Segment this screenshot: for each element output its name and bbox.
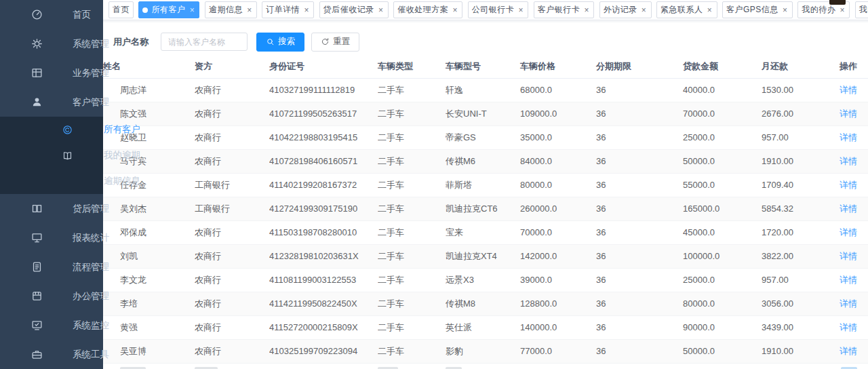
sidebar-item[interactable]: 逾期信息 (0, 168, 103, 194)
sidebar-item[interactable]: 业务管理 (0, 58, 103, 88)
sidebar-item[interactable]: 我的逾期 (0, 142, 103, 168)
cell-capital: 农商行 (195, 315, 269, 339)
sidebar-item[interactable]: 首页 (0, 0, 103, 29)
tab[interactable]: 我的流程 × (855, 1, 868, 18)
cell-loan-amount: 45000.0 (683, 220, 762, 244)
cell-id-number: 411402199208167372 (269, 173, 378, 197)
tab[interactable]: 逾期信息 × (205, 1, 257, 18)
monitor-icon (31, 319, 43, 331)
cell-vehicle-price: 77000.0 (520, 339, 596, 363)
cell-loan-amount: 70000.0 (683, 102, 762, 125)
cell-vehicle-price: 260000.0 (520, 197, 596, 220)
close-icon[interactable]: × (707, 6, 713, 14)
office-icon (31, 290, 43, 302)
table-row: 周志洋 农商行 410327199111112819 二手车 轩逸 68000.… (103, 78, 868, 102)
column-header: 分期期限 (596, 56, 683, 78)
overdue-icon (62, 151, 73, 161)
detail-link[interactable]: 详情 (840, 156, 857, 166)
cell-name: 刘凯 (103, 244, 195, 268)
sidebar-item[interactable]: 所有客户 (0, 117, 103, 142)
close-icon[interactable]: × (839, 6, 846, 14)
tab[interactable]: 订单详情 × (262, 1, 314, 18)
close-icon[interactable]: × (303, 6, 310, 14)
table-row: 吴亚博 农商行 410325199709223094 二手车 影豹 77000.… (103, 339, 868, 363)
tab[interactable]: 所有客户 × (138, 1, 199, 18)
process-icon (31, 261, 43, 273)
main-area: 首页 × 所有客户 × 逾期信息 × 订单详情 × (103, 0, 868, 369)
detail-link[interactable]: 详情 (840, 180, 857, 190)
tab[interactable]: 催收处理方案 × (393, 1, 462, 18)
tab[interactable]: 客户银行卡 × (534, 1, 595, 18)
detail-link[interactable]: 详情 (840, 227, 857, 237)
sidebar-item[interactable]: 流程管理 (0, 252, 103, 281)
close-icon[interactable]: × (517, 6, 524, 14)
reset-button[interactable]: 重置 (311, 33, 359, 52)
cell-capital: 农商行 (195, 339, 269, 363)
tab[interactable]: 贷后催收记录 × (319, 1, 389, 18)
detail-link[interactable]: 详情 (840, 251, 857, 261)
close-icon[interactable]: × (189, 6, 195, 14)
tab[interactable]: 客户GPS信息 × (722, 1, 793, 18)
detail-link[interactable]: 详情 (840, 275, 857, 285)
cell-capital: 农商行 (195, 292, 269, 315)
cell-capital: 农商行 (195, 125, 269, 149)
cell-vehicle-type: 二手车 (378, 197, 446, 220)
sidebar-item[interactable]: 办公管理 (0, 281, 103, 311)
close-icon[interactable]: × (641, 6, 648, 14)
detail-link[interactable]: 详情 (840, 298, 857, 309)
sidebar-item[interactable]: 系统工具 (0, 340, 103, 369)
close-icon[interactable]: × (378, 6, 384, 14)
detail-link[interactable]: 详情 (840, 346, 857, 356)
cell-capital: 农商行 (195, 78, 269, 102)
cell-capital: 工商银行 (195, 197, 269, 220)
cell-vehicle-model: 帝豪GS (446, 125, 520, 149)
cell-loan-amount: 50000.0 (683, 149, 762, 173)
user-icon (31, 96, 43, 108)
postloan-icon (31, 203, 43, 214)
sidebar-item[interactable]: 系统管理 (0, 29, 103, 58)
cell-monthly-payment: 957.00 (762, 268, 837, 292)
detail-link[interactable]: 详情 (840, 203, 857, 214)
column-header: 月还款 (762, 56, 837, 78)
cell-vehicle-type: 二手车 (378, 292, 446, 315)
close-icon[interactable]: × (782, 6, 789, 14)
detail-link[interactable]: 详情 (840, 85, 857, 95)
close-icon[interactable]: × (246, 6, 253, 14)
cell-capital: 工商银行 (195, 173, 269, 197)
search-button[interactable]: 搜索 (256, 33, 304, 52)
cell-capital: 农商行 (195, 244, 269, 268)
table-row: 刘凯 农商行 41232819810203631X 二手车 凯迪拉克XT4 14… (103, 244, 868, 268)
sidebar-item[interactable]: 贷后管理 (0, 194, 103, 223)
sidebar-item-label: 逾期信息 (104, 175, 140, 187)
refresh-icon (321, 37, 330, 46)
cell-vehicle-model: 影豹 (446, 339, 520, 363)
tags-view-bar: 首页 × 所有客户 × 逾期信息 × 订单详情 × (103, 0, 868, 20)
close-icon[interactable]: × (452, 6, 458, 14)
cell-installment-term: 36 (596, 268, 683, 292)
cell-vehicle-model: 传祺M6 (446, 149, 520, 173)
tab[interactable]: 首页 × (108, 1, 134, 18)
report-icon (31, 232, 43, 244)
detail-link[interactable]: 详情 (840, 322, 857, 332)
sidebar-item[interactable]: 报表统计 (0, 223, 103, 252)
cell-vehicle-type: 二手车 (378, 339, 446, 363)
cell-vehicle-price: 109000.0 (520, 102, 596, 125)
cell-monthly-payment: 1910.00 (762, 339, 837, 363)
sidebar-item[interactable]: 系统监控 (0, 311, 103, 340)
cell-monthly-payment: 1530.00 (762, 78, 837, 102)
search-input[interactable] (161, 33, 248, 51)
cell-vehicle-model: 英仕派 (446, 315, 520, 339)
tab[interactable]: 公司银行卡 × (468, 1, 529, 18)
detail-link[interactable]: 详情 (840, 109, 857, 119)
tab[interactable]: 紧急联系人 × (656, 1, 717, 18)
close-icon[interactable]: × (583, 6, 590, 14)
grid-icon (31, 67, 43, 79)
sidebar-item[interactable]: 客户管理 (0, 88, 103, 117)
cell-name: 吴刘杰 (103, 197, 195, 220)
search-label: 用户名称 (113, 36, 149, 48)
tab[interactable]: 外访记录 × (599, 1, 652, 18)
tab-label: 紧急联系人 (660, 4, 703, 16)
cell-vehicle-type: 二手车 (378, 125, 446, 149)
column-header: 车辆类型 (378, 56, 446, 78)
detail-link[interactable]: 详情 (840, 132, 857, 142)
